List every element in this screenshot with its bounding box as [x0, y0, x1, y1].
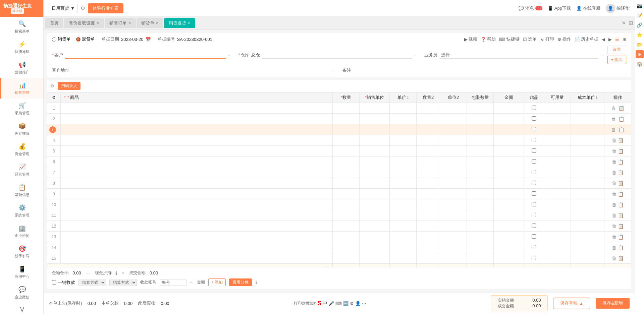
r4g[interactable]: [524, 135, 544, 146]
r8-copy[interactable]: 📋: [617, 180, 624, 187]
r12-del[interactable]: 🗑: [611, 223, 617, 230]
row-1-gift[interactable]: [524, 103, 544, 114]
sidebar-item-newbie[interactable]: 🎯 新手引导: [0, 242, 43, 262]
row-1-unit2[interactable]: [440, 103, 467, 114]
r14-del[interactable]: 🗑: [611, 244, 617, 251]
row-2-delete-btn[interactable]: 🗑: [610, 116, 616, 122]
r5u[interactable]: [360, 146, 390, 156]
row-3-gift-checkbox[interactable]: [532, 127, 536, 131]
row-3-cost[interactable]: [571, 124, 604, 135]
r6-copy[interactable]: 📋: [617, 159, 624, 165]
message-item[interactable]: 💬 消息 70: [519, 5, 542, 11]
row-3-amount[interactable]: [494, 124, 524, 135]
set-button[interactable]: 设置: [607, 46, 626, 54]
radio-sales-input[interactable]: [52, 37, 56, 42]
sidebar-item-operation[interactable]: 📈 经营管理: [0, 160, 43, 180]
r5-copy[interactable]: 📋: [617, 148, 624, 154]
r4q[interactable]: [333, 135, 360, 146]
customer-input[interactable]: [65, 51, 226, 59]
staff-input[interactable]: [439, 51, 598, 59]
row-1-qty2[interactable]: [417, 103, 440, 114]
remark-input[interactable]: [353, 67, 626, 74]
settlement-select[interactable]: 结算方式: [78, 279, 106, 286]
r4c[interactable]: [571, 135, 604, 146]
sidebar-item-marketing[interactable]: 📢 营销推广: [0, 58, 43, 78]
table-settings-icon[interactable]: ⚙: [50, 83, 54, 88]
shortcut-btn[interactable]: ⌨ 快捷键: [499, 36, 520, 42]
tab-sales[interactable]: 销货单 ✕: [137, 18, 163, 28]
r15-copy[interactable]: 📋: [617, 255, 624, 262]
video-btn[interactable]: ▶ 视频: [464, 36, 477, 42]
row-2-cost[interactable]: [571, 114, 604, 124]
r4av[interactable]: [544, 135, 571, 146]
row-3-pack[interactable]: [467, 124, 494, 135]
row-3-gift[interactable]: [524, 124, 544, 135]
close-all-icon[interactable]: ✕: [622, 20, 626, 26]
row-1-product[interactable]: [61, 103, 333, 114]
warehouse-dots[interactable]: ···: [414, 52, 418, 57]
r4-copy[interactable]: 📋: [617, 137, 624, 144]
row-1-copy-btn[interactable]: 📋: [618, 105, 625, 112]
history-btn[interactable]: 📄 历史单据: [575, 36, 598, 42]
save-new-button[interactable]: 保存&新增: [596, 298, 630, 309]
row-2-pack[interactable]: [467, 114, 494, 124]
customer-dots[interactable]: ···: [228, 52, 231, 57]
row-3-delete-btn[interactable]: 🗑: [610, 126, 616, 133]
r5pk[interactable]: [467, 146, 494, 156]
r4a[interactable]: [494, 135, 524, 146]
row-1-amount[interactable]: [494, 103, 524, 114]
tab-home[interactable]: 首页: [45, 18, 63, 28]
row-2-unit[interactable]: [360, 114, 390, 124]
translate-icon[interactable]: 🔤: [343, 301, 348, 306]
r12-copy[interactable]: 📋: [617, 223, 624, 230]
row-1-qty[interactable]: [333, 103, 360, 114]
r5-del[interactable]: 🗑: [611, 148, 617, 154]
r5g[interactable]: [524, 146, 544, 156]
r11-copy[interactable]: 📋: [617, 212, 624, 219]
r10-copy[interactable]: 📋: [617, 201, 624, 208]
discount-help-icon[interactable]: ℹ: [115, 270, 117, 276]
qt-note[interactable]: 📝: [636, 11, 644, 19]
row-2-product[interactable]: [61, 114, 333, 124]
tab-price-extract[interactable]: 售价提取设置 ✕: [64, 18, 104, 28]
r4p[interactable]: [61, 135, 333, 146]
maximize-icon[interactable]: ⊞: [629, 20, 633, 26]
price-info-icon[interactable]: ℹ: [407, 96, 409, 100]
sidebar-item-finance[interactable]: 💰 资金管理: [0, 139, 43, 160]
r11-del[interactable]: 🗑: [611, 212, 617, 219]
r9-del[interactable]: 🗑: [611, 191, 617, 197]
logistics-button[interactable]: + 物流: [607, 56, 626, 64]
one-click-checkbox[interactable]: 一键收款: [52, 279, 75, 286]
user-icon-bottom[interactable]: 👤: [355, 301, 361, 306]
row-3-qty2[interactable]: [417, 124, 440, 135]
row-1-pack[interactable]: [467, 103, 494, 114]
row-1-gift-checkbox[interactable]: [532, 106, 536, 110]
r4g-cb[interactable]: [532, 138, 536, 142]
sidebar-item-search[interactable]: 🔍 搜索菜单: [0, 17, 43, 37]
sidebar-item-sales[interactable]: 📊 销售管理: [0, 78, 43, 99]
r5q[interactable]: [333, 146, 360, 156]
row-3-copy-btn[interactable]: 📋: [618, 126, 625, 133]
r5a[interactable]: [494, 146, 524, 156]
row-3-unit[interactable]: [360, 124, 390, 135]
row-3-qty[interactable]: [333, 124, 360, 135]
qt-star[interactable]: ⭐: [636, 31, 644, 39]
gear-icon[interactable]: ⚙: [80, 5, 85, 11]
row-2-copy-btn[interactable]: 📋: [618, 116, 625, 122]
qt-folder[interactable]: 📁: [636, 41, 644, 49]
keyboard-icon[interactable]: ⌨: [335, 301, 342, 306]
r4u2[interactable]: [440, 135, 467, 146]
address-input[interactable]: [71, 67, 330, 74]
sidebar-item-system[interactable]: ⚙️ 系统管理: [0, 201, 43, 221]
r6-del[interactable]: 🗑: [611, 159, 617, 165]
row-2-unit2[interactable]: [440, 114, 467, 124]
qt-home[interactable]: 🏠: [636, 60, 644, 68]
cost-info-icon[interactable]: ℹ: [596, 96, 597, 100]
row-2-gift[interactable]: [524, 114, 544, 124]
sidebar-item-enterprise[interactable]: 🏢 企业协同: [0, 221, 43, 242]
print-btn[interactable]: 🖨 打印: [540, 36, 554, 42]
r4pr[interactable]: [390, 135, 417, 146]
one-click-input[interactable]: [52, 280, 56, 285]
r7-del[interactable]: 🗑: [611, 169, 617, 176]
row-3-avail[interactable]: [544, 124, 571, 135]
